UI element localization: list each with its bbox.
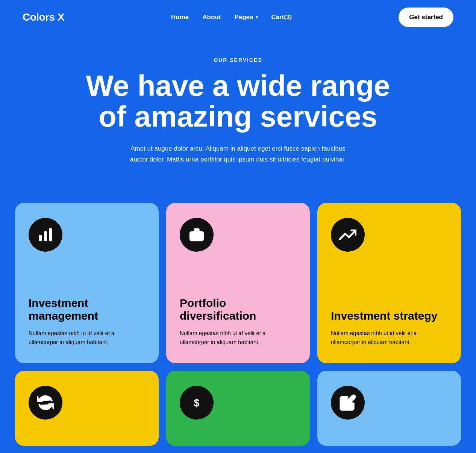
hero-description: Amet ut augue dolor arcu. Aliquam in ali… bbox=[121, 143, 355, 165]
edit-box-icon bbox=[339, 394, 356, 411]
card-title: Investment strategy bbox=[331, 310, 447, 323]
refresh-icon bbox=[37, 394, 54, 411]
nav-pages-label: Pages bbox=[234, 14, 253, 21]
card-icon-edit-box bbox=[331, 386, 365, 420]
card-content: Portfolio diversification Nullam egestas… bbox=[180, 297, 296, 347]
card-5[interactable]: $ bbox=[166, 371, 310, 446]
services-grid: Investment management Nullam egestas nib… bbox=[0, 203, 476, 363]
nav-links: Home About Pages ▾ Cart(3) bbox=[171, 14, 292, 21]
get-started-button[interactable]: Get started bbox=[399, 8, 453, 27]
trending-up-icon bbox=[339, 226, 356, 243]
hero-section: OUR SERVICES We have a wide range of ama… bbox=[0, 35, 476, 203]
card-description: Nullam egestas nibh ut id velit et a ull… bbox=[331, 329, 447, 347]
brand-logo[interactable]: Colors X bbox=[23, 11, 64, 23]
card-description: Nullam egestas nibh ut id velit et a ull… bbox=[180, 329, 296, 347]
hero-label: OUR SERVICES bbox=[23, 57, 453, 63]
card-investment-management[interactable]: Investment management Nullam egestas nib… bbox=[15, 203, 159, 363]
card-description: Nullam egestas nibh ut id velit et a ull… bbox=[29, 329, 145, 347]
svg-text:$: $ bbox=[194, 397, 200, 408]
nav-about[interactable]: About bbox=[202, 14, 221, 21]
dollar-circle-icon: $ bbox=[188, 394, 205, 411]
card-4[interactable] bbox=[15, 371, 159, 446]
card-icon-refresh bbox=[29, 386, 62, 420]
card-investment-strategy[interactable]: Investment strategy Nullam egestas nibh … bbox=[317, 203, 461, 363]
svg-point-4 bbox=[198, 235, 201, 238]
card-icon-dollar: $ bbox=[180, 386, 214, 420]
nav-cart[interactable]: Cart(3) bbox=[271, 14, 292, 21]
bar-chart-icon bbox=[37, 226, 54, 243]
nav-pages-dropdown[interactable]: Pages ▾ bbox=[234, 14, 258, 21]
card-6[interactable] bbox=[317, 371, 461, 446]
svg-rect-1 bbox=[44, 231, 47, 241]
card-icon-bar-chart bbox=[29, 218, 62, 252]
navbar: Colors X Home About Pages ▾ Cart(3) Get … bbox=[0, 0, 476, 35]
services-grid-bottom: $ bbox=[0, 371, 476, 446]
card-content: Investment management Nullam egestas nib… bbox=[29, 297, 145, 347]
chevron-down-icon: ▾ bbox=[256, 15, 258, 20]
card-icon-wallet bbox=[180, 218, 214, 252]
card-title: Portfolio diversification bbox=[180, 297, 296, 323]
hero-title: We have a wide range of amazing services bbox=[69, 71, 407, 132]
card-portfolio-diversification[interactable]: Portfolio diversification Nullam egestas… bbox=[166, 203, 310, 363]
card-title: Investment management bbox=[29, 297, 145, 323]
nav-home[interactable]: Home bbox=[171, 14, 189, 21]
svg-rect-3 bbox=[189, 231, 204, 241]
svg-rect-2 bbox=[49, 228, 52, 241]
svg-rect-0 bbox=[39, 235, 42, 241]
wallet-icon bbox=[188, 226, 205, 243]
card-content: Investment strategy Nullam egestas nibh … bbox=[331, 310, 447, 347]
card-icon-trending-up bbox=[331, 218, 365, 252]
